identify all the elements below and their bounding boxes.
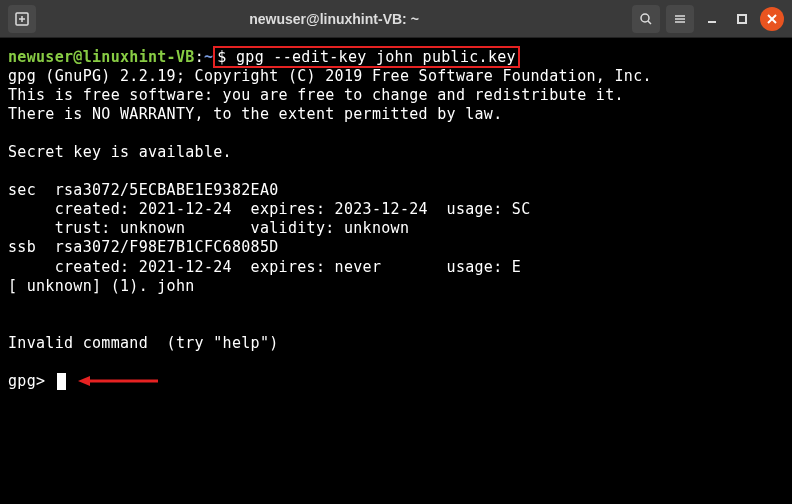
output-line: gpg (GnuPG) 2.2.19; Copyright (C) 2019 F… xyxy=(8,67,652,85)
output-line: created: 2021-12-24 expires: 2023-12-24 … xyxy=(8,200,531,218)
close-button[interactable] xyxy=(760,7,784,31)
output-line: This is free software: you are free to c… xyxy=(8,86,624,104)
prompt-user: newuser@linuxhint-VB xyxy=(8,48,195,66)
prompt-colon: : xyxy=(195,48,204,66)
new-tab-button[interactable] xyxy=(8,5,36,33)
output-line: ssb rsa3072/F98E7B1CFC68085D xyxy=(8,238,279,256)
search-button[interactable] xyxy=(632,5,660,33)
titlebar-left-controls xyxy=(8,5,36,33)
output-line: Secret key is available. xyxy=(8,143,232,161)
command-highlight-box: $ gpg --edit-key john public.key xyxy=(213,46,520,68)
window-title: newuser@linuxhint-VB: ~ xyxy=(36,11,632,27)
output-line: created: 2021-12-24 expires: never usage… xyxy=(8,258,521,276)
svg-point-3 xyxy=(641,14,649,22)
maximize-button[interactable] xyxy=(730,7,754,31)
menu-button[interactable] xyxy=(666,5,694,33)
svg-rect-9 xyxy=(738,15,746,23)
svg-line-4 xyxy=(648,21,651,24)
output-line: trust: unknown validity: unknown xyxy=(8,219,409,237)
terminal-content[interactable]: newuser@linuxhint-VB:~$ gpg --edit-key j… xyxy=(0,38,792,504)
command-text: gpg --edit-key john public.key xyxy=(236,48,516,66)
titlebar: newuser@linuxhint-VB: ~ xyxy=(0,0,792,38)
prompt-path: ~ xyxy=(204,48,213,66)
gpg-prompt: gpg> xyxy=(8,372,55,390)
minimize-button[interactable] xyxy=(700,7,724,31)
prompt-dollar: $ xyxy=(217,48,236,66)
output-line: [ unknown] (1). john xyxy=(8,277,195,295)
output-line: There is NO WARRANTY, to the extent perm… xyxy=(8,105,503,123)
svg-marker-13 xyxy=(78,376,90,386)
terminal-window: newuser@linuxhint-VB: ~ newuser@linuxhin… xyxy=(0,0,792,504)
arrow-annotation xyxy=(78,372,158,391)
titlebar-right-controls xyxy=(632,5,784,33)
output-line: Invalid command (try "help") xyxy=(8,334,279,352)
output-line: sec rsa3072/5ECBABE1E9382EA0 xyxy=(8,181,279,199)
cursor xyxy=(57,373,66,390)
